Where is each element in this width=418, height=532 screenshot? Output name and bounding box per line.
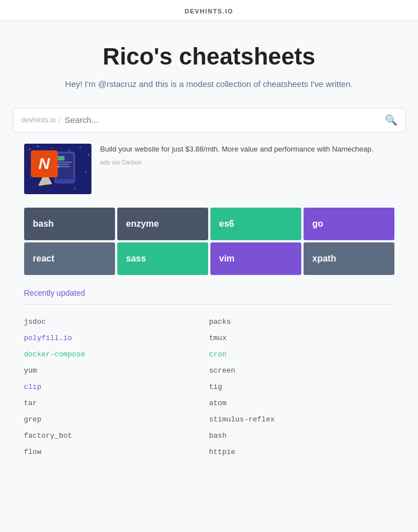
ad-via: ads via Carbon (100, 158, 374, 167)
link-bash[interactable]: bash (209, 428, 394, 444)
link-tig[interactable]: tig (209, 379, 394, 395)
links-grid: jsdocpolyfill.iodocker-composeyumcliptar… (24, 314, 394, 460)
svg-point-1 (29, 149, 30, 150)
ad-image: N (24, 144, 91, 194)
hero-section: Rico's cheatsheets Hey! I'm @rstacruz an… (0, 21, 418, 108)
svg-point-3 (52, 148, 53, 149)
link-screen[interactable]: screen (209, 363, 394, 379)
page-title: Rico's cheatsheets (11, 43, 407, 70)
ad-copy: Build your website for just $3.88/mth. M… (100, 145, 374, 153)
search-input[interactable] (65, 115, 384, 125)
link-packs[interactable]: packs (209, 314, 394, 330)
tag-sass[interactable]: sass (117, 242, 208, 275)
link-stimulus-reflex[interactable]: stimulus-reflex (209, 411, 394, 428)
tags-grid: bashenzymees6goreactsassvimxpath (13, 208, 406, 275)
site-header: DEVHINTS.IO (0, 0, 418, 21)
link-yum[interactable]: yum (24, 363, 209, 379)
svg-point-4 (68, 150, 70, 151)
link-polyfill.io[interactable]: polyfill.io (24, 330, 209, 346)
site-domain: DEVHINTS.IO (185, 8, 233, 15)
link-docker-compose[interactable]: docker-compose (24, 346, 209, 363)
link-grep[interactable]: grep (24, 411, 209, 428)
links-column-right: packstmuxcronscreentigatomstimulus-refle… (209, 314, 394, 460)
tag-es6[interactable]: es6 (210, 208, 301, 240)
svg-point-9 (74, 188, 75, 189)
tag-react[interactable]: react (24, 242, 115, 275)
links-column-left: jsdocpolyfill.iodocker-composeyumcliptar… (24, 314, 209, 460)
svg-rect-14 (58, 162, 72, 163)
section-divider (24, 304, 394, 305)
tag-xpath[interactable]: xpath (304, 242, 394, 275)
tag-vim[interactable]: vim (210, 242, 301, 275)
svg-point-2 (37, 145, 38, 146)
search-bar-container: devhints.io / 🔍 (0, 108, 418, 144)
link-cron[interactable]: cron (209, 346, 394, 363)
hero-subtitle: Hey! I'm @rstacruz and this is a modest … (11, 78, 407, 91)
svg-rect-16 (58, 166, 70, 167)
search-icon[interactable]: 🔍 (385, 114, 397, 126)
link-atom[interactable]: atom (209, 395, 394, 411)
link-tar[interactable]: tar (24, 395, 209, 411)
link-flow[interactable]: flow (24, 444, 209, 460)
tag-enzyme[interactable]: enzyme (117, 208, 208, 240)
link-clip[interactable]: clip (24, 379, 209, 395)
tag-bash[interactable]: bash (24, 208, 115, 240)
link-jsdoc[interactable]: jsdoc (24, 314, 209, 330)
svg-rect-15 (58, 164, 69, 165)
svg-point-6 (88, 154, 89, 155)
tag-go[interactable]: go (304, 208, 394, 240)
ad-text: Build your website for just $3.88/mth. M… (100, 144, 374, 167)
svg-point-8 (85, 171, 86, 172)
link-tmux[interactable]: tmux (209, 330, 394, 346)
namecheap-logo: N (31, 150, 58, 177)
recently-updated-section: Recently updated jsdocpolyfill.iodocker-… (13, 288, 406, 471)
search-bar: devhints.io / 🔍 (13, 108, 406, 132)
recently-updated-title: Recently updated (24, 288, 394, 297)
breadcrumb-site: devhints.io (21, 116, 56, 124)
link-factory_bot[interactable]: factory_bot (24, 428, 209, 444)
svg-rect-13 (58, 156, 65, 160)
svg-point-5 (80, 146, 81, 148)
link-httpie[interactable]: httpie (209, 444, 394, 460)
svg-point-7 (26, 166, 27, 167)
ad-section: N Build your website for just $3.88/mth.… (13, 144, 406, 194)
breadcrumb-slash: / (58, 116, 61, 124)
